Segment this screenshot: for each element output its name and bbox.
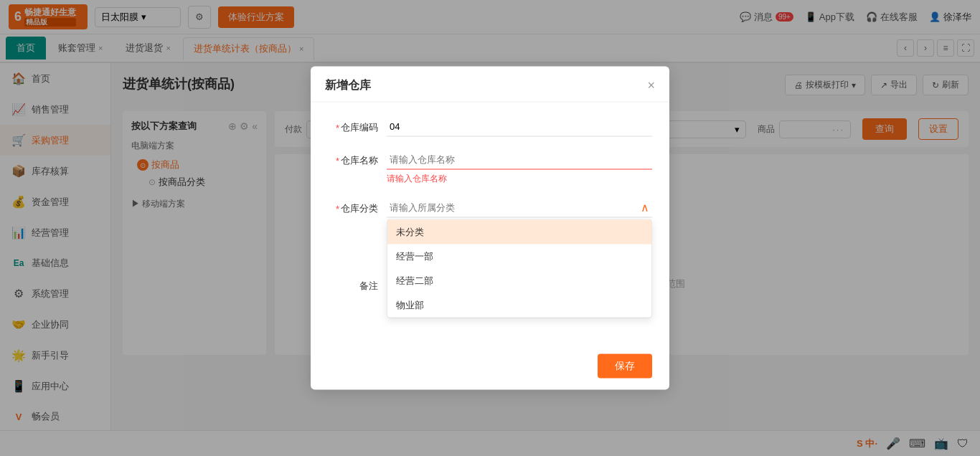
category-select-row[interactable]: ∧: [387, 198, 652, 218]
warehouse-code-label: * 仓库编码: [328, 117, 378, 134]
remark-label: 备注: [328, 275, 378, 293]
save-button[interactable]: 保存: [598, 354, 652, 379]
add-warehouse-dialog: 新增仓库 × * 仓库编码 * 仓库名称 请输入仓库名称: [311, 67, 669, 390]
required-star-2: *: [336, 155, 339, 166]
warehouse-name-label: * 仓库名称: [328, 150, 378, 167]
dialog-footer: 保存: [311, 346, 669, 390]
category-dropdown: 未分类 经营一部 经营二部 物业部: [387, 219, 652, 318]
warehouse-code-label-text: 仓库编码: [341, 121, 378, 134]
required-star-1: *: [336, 122, 339, 133]
warehouse-name-error: 请输入仓库名称: [387, 173, 652, 185]
dialog-header: 新增仓库 ×: [311, 67, 669, 103]
warehouse-category-label-text: 仓库分类: [341, 202, 378, 215]
remark-label-text: 备注: [359, 280, 378, 293]
warehouse-category-label: * 仓库分类: [328, 198, 378, 215]
warehouse-name-field: 请输入仓库名称: [387, 150, 652, 185]
warehouse-name-label-text: 仓库名称: [341, 154, 378, 167]
dropdown-item-operations-1[interactable]: 经营一部: [387, 244, 651, 269]
dialog-body: * 仓库编码 * 仓库名称 请输入仓库名称 * 仓库分类: [311, 103, 669, 346]
warehouse-code-input[interactable]: [387, 117, 652, 137]
form-row-category: * 仓库分类 ∧ 未分类 经营一部 经营二部 物业部: [328, 198, 652, 218]
dropdown-item-uncategorized[interactable]: 未分类: [387, 220, 651, 244]
warehouse-code-field: [387, 117, 652, 137]
dialog-title: 新增仓库: [325, 78, 371, 93]
required-star-3: *: [336, 203, 339, 214]
category-arrow-icon[interactable]: ∧: [641, 201, 649, 214]
dropdown-item-operations-2[interactable]: 经营二部: [387, 269, 651, 293]
dropdown-item-property[interactable]: 物业部: [387, 293, 651, 318]
warehouse-name-input[interactable]: [387, 150, 652, 170]
form-row-name: * 仓库名称 请输入仓库名称: [328, 150, 652, 185]
warehouse-category-field: ∧ 未分类 经营一部 经营二部 物业部: [387, 198, 652, 218]
form-row-code: * 仓库编码: [328, 117, 652, 137]
category-input[interactable]: [390, 202, 641, 213]
dialog-close-button[interactable]: ×: [647, 78, 655, 93]
